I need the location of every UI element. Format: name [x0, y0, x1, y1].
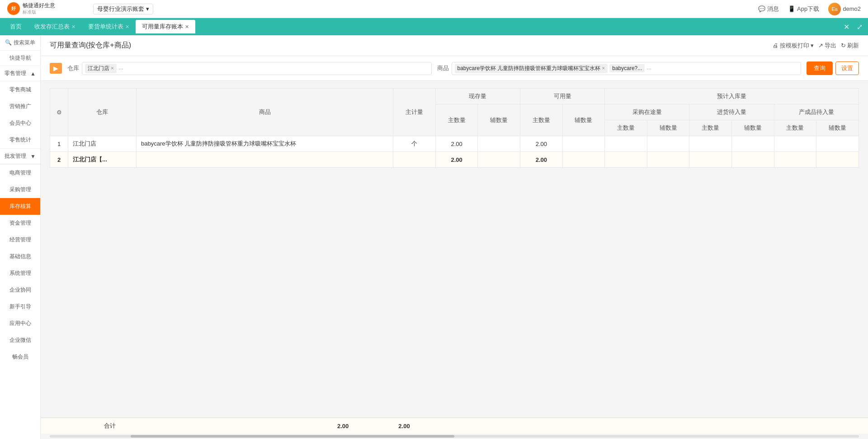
sidebar-item-zero-sales[interactable]: 零售管理 ▲	[0, 66, 40, 81]
tab-available-stock-label: 可用量库存账本	[142, 23, 183, 31]
sidebar-item-newbie[interactable]: 新手引导	[0, 298, 40, 315]
sidebar-item-marketing[interactable]: 营销推广	[0, 98, 40, 115]
message-button[interactable]: 💬 消息	[758, 5, 779, 13]
current-aux-header: 辅数量	[478, 104, 520, 136]
tab-available-stock[interactable]: 可用量库存账本 ✕	[136, 20, 195, 33]
table-footer: 合计 2.00 2.00	[41, 417, 868, 434]
warehouse-filter-input[interactable]: 江北门店 × ···	[82, 62, 432, 75]
message-label: 消息	[767, 5, 779, 13]
tab-receive-summary[interactable]: 收发存汇总表 ✕	[28, 20, 82, 33]
chevron-down-icon: ▾	[146, 5, 149, 12]
org-selector[interactable]: 母婴行业演示账套 ▾	[93, 4, 153, 14]
tab-receive-summary-close[interactable]: ✕	[71, 24, 75, 30]
sidebar-section-wholesale: 批发管理 ▼	[0, 149, 40, 165]
sidebar-item-ecom[interactable]: 电商管理	[0, 165, 40, 181]
row2-incoming-aux	[732, 152, 774, 168]
sidebar-item-stats[interactable]: 零售统计	[0, 132, 40, 148]
chevron-icon-2: ▼	[30, 153, 36, 160]
tab-order-stats-label: 要货单统计表	[88, 23, 123, 31]
sidebar-item-finance[interactable]: 资金管理	[0, 215, 40, 231]
user-menu[interactable]: Ea demo2	[828, 3, 861, 15]
purchase-transit-aux-header: 辅数量	[647, 120, 689, 136]
sidebar-quick-nav[interactable]: 快捷导航	[0, 51, 40, 66]
expand-button[interactable]: ⤢	[855, 22, 864, 32]
sidebar-ecom-label: 电商管理	[9, 169, 31, 177]
tab-home[interactable]: 首页	[4, 20, 28, 33]
refresh-button[interactable]: ↻ 刷新	[841, 42, 859, 50]
production-aux-header: 辅数量	[816, 120, 859, 136]
sidebar-section-zero-sales: 零售管理 ▲ 零售商城 营销推广 会员中心 零售统计	[0, 66, 40, 149]
filter-more-icon[interactable]: ···	[118, 65, 123, 72]
query-button[interactable]: 查询	[807, 61, 833, 75]
gear-icon[interactable]: ⚙	[57, 109, 62, 116]
tab-order-stats-close[interactable]: ✕	[125, 24, 129, 30]
available-aux-header: 辅数量	[562, 104, 605, 136]
chevron-icon: ▲	[30, 71, 36, 77]
sidebar-system-label: 系统管理	[9, 269, 31, 277]
tab-actions: ✕ ⤢	[842, 22, 864, 32]
warehouse-header: 仓库	[68, 89, 137, 136]
available-main-header: 主数量	[520, 104, 563, 136]
sidebar-item-member[interactable]: 会员中心	[0, 115, 40, 132]
filter-toggle-button[interactable]: ▶	[50, 63, 62, 74]
row2-available-main: 2.00	[520, 152, 563, 168]
sidebar-item-collab[interactable]: 企业协同	[0, 282, 40, 298]
sidebar-search[interactable]: 🔍 搜索菜单	[0, 35, 40, 51]
sidebar-member2-label: 畅会员	[12, 353, 28, 361]
sidebar-item-wholesale[interactable]: 批发管理 ▼	[0, 149, 40, 164]
printer-icon: 🖨	[773, 42, 778, 49]
footer-current-main-total: 2.00	[337, 423, 349, 430]
scrollbar-thumb[interactable]	[131, 435, 454, 438]
sidebar-marketing-label: 营销推广	[9, 103, 31, 110]
tab-home-label: 首页	[10, 23, 22, 31]
product-header: 商品	[137, 89, 393, 136]
product-tag2: babycare?...	[609, 64, 645, 72]
product-tag2-value: babycare?...	[612, 65, 642, 71]
app-download-button[interactable]: 📱 App下载	[788, 5, 819, 13]
table-row-subtotal: 2 江北门店【... 2.00 2.00	[50, 152, 859, 168]
sidebar-stats-label: 零售统计	[9, 136, 31, 144]
product-tag1-close[interactable]: ×	[602, 65, 605, 71]
tab-available-stock-close[interactable]: ✕	[185, 24, 189, 30]
footer-available-main-total: 2.00	[398, 423, 410, 430]
search-icon: 🔍	[5, 39, 12, 46]
filter-product-more-icon[interactable]: ···	[646, 65, 651, 72]
content-area: 可用量查询(按仓库+商品) 🖨 按模板打印 ▾ ↗ 导出 ↻ 刷新 ▶	[41, 35, 868, 439]
print-label: 按模板打印	[780, 42, 809, 50]
sidebar-item-zero-shop[interactable]: 零售商城	[0, 81, 40, 98]
top-bar: 好 畅捷通好生意 标准版 母婴行业演示账套 ▾ 💬 消息 📱 App下载 Ea …	[0, 0, 868, 18]
print-button[interactable]: 🖨 按模板打印 ▾	[773, 42, 814, 50]
current-stock-header: 现存量	[435, 89, 520, 104]
sidebar-collab-label: 企业协同	[9, 286, 31, 294]
close-all-tabs-button[interactable]: ✕	[842, 22, 851, 32]
table-settings-header: ⚙	[50, 89, 68, 136]
sidebar-item-system[interactable]: 系统管理	[0, 265, 40, 282]
app-icon: 📱	[788, 5, 795, 12]
settings-button[interactable]: 设置	[835, 61, 859, 75]
sidebar-item-member2[interactable]: 畅会员	[0, 349, 40, 365]
sidebar-item-purchase[interactable]: 采购管理	[0, 181, 40, 198]
sidebar-item-basics[interactable]: 基础信息	[0, 248, 40, 265]
sidebar-item-ops[interactable]: 经营管理	[0, 231, 40, 248]
row2-current-main: 2.00	[435, 152, 478, 168]
sidebar-newbie-label: 新手引导	[9, 303, 31, 311]
product-filter-input[interactable]: babycare学饮杯 儿童防摔防撞吸管杯重力球吸嘴杯宝宝水杯 × babyca…	[452, 62, 802, 75]
export-button[interactable]: ↗ 导出	[818, 42, 836, 50]
footer-label: 合计	[104, 422, 116, 430]
row1-product: babycare学饮杯 儿童防摔防撞吸管杯重力球吸嘴杯宝宝水杯	[137, 136, 393, 152]
warehouse-tag-close[interactable]: ×	[111, 65, 114, 71]
row2-unit	[393, 152, 436, 168]
main-layout: 🔍 搜索菜单 快捷导航 零售管理 ▲ 零售商城 营销推广 会员中心 零售统计	[0, 35, 868, 439]
warehouse-label: 仓库	[67, 64, 79, 72]
tab-order-stats[interactable]: 要货单统计表 ✕	[82, 20, 136, 33]
row2-incoming-main	[689, 152, 732, 168]
sidebar-item-appstore[interactable]: 应用中心	[0, 315, 40, 332]
sidebar-item-inventory[interactable]: 库存核算	[0, 198, 40, 215]
scrollbar-track[interactable]	[50, 435, 859, 438]
sidebar-member-label: 会员中心	[9, 119, 31, 127]
scrollbar-area	[41, 434, 868, 439]
row2-warehouse: 江北门店【...	[68, 152, 137, 168]
sidebar-item-wechat[interactable]: 企业微信	[0, 332, 40, 349]
page-title: 可用量查询(按仓库+商品)	[50, 41, 131, 56]
warehouse-tag-value: 江北门店	[88, 65, 109, 72]
